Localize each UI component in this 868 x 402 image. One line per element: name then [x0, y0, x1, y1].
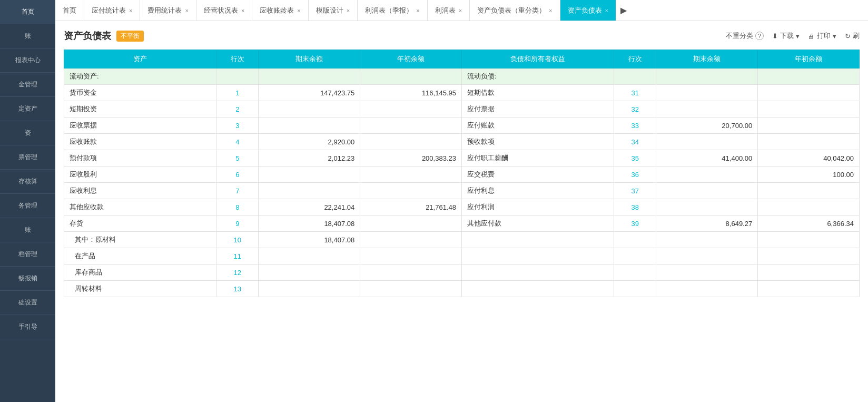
tab-home[interactable]: 首页 [55, 0, 84, 21]
asset-begin-balance[interactable] [360, 117, 462, 134]
asset-begin-balance[interactable] [360, 183, 462, 199]
sidebar-item-report-center[interactable]: 报表中心 [0, 48, 55, 73]
header-begin-balance2: 年初余额 [758, 50, 860, 68]
tab-profit[interactable]: 利润表 × [428, 0, 470, 21]
liability-begin-balance[interactable] [758, 248, 860, 264]
page-title: 资产负债表 [64, 30, 111, 42]
liability-end-balance[interactable] [656, 183, 758, 199]
tab-close-profit-quarterly[interactable]: × [416, 7, 419, 14]
liability-begin-balance[interactable]: 6,366.34 [758, 215, 860, 232]
sidebar-item-expense[interactable]: 畅报销 [0, 267, 55, 291]
liability-begin-balance[interactable] [758, 199, 860, 215]
liability-end-balance[interactable]: 20,700.00 [656, 117, 758, 134]
asset-end-balance[interactable] [259, 281, 360, 297]
tab-close-ar-aging[interactable]: × [297, 7, 300, 14]
tab-close-payable-stats[interactable]: × [129, 7, 132, 14]
tab-close-template[interactable]: × [347, 7, 350, 14]
tab-nav-right[interactable]: ▶ [616, 0, 631, 21]
asset-end-balance[interactable]: 18,407.08 [259, 215, 360, 232]
no-reclassify-button[interactable]: 不重分类 ? [726, 31, 764, 41]
asset-end-balance[interactable]: 2,012.23 [259, 150, 360, 166]
tab-template-design[interactable]: 模版设计 × [309, 0, 358, 21]
liability-end-balance[interactable] [656, 248, 758, 264]
liability-begin-balance[interactable]: 100.00 [758, 166, 860, 183]
tab-payable-stats[interactable]: 应付统计表 × [84, 0, 140, 21]
liability-begin-balance[interactable]: 40,042.00 [758, 150, 860, 166]
liability-begin-balance[interactable] [758, 85, 860, 101]
sidebar-item-capital[interactable]: 资 [0, 121, 55, 145]
tab-balance[interactable]: 资产负债表 × [560, 0, 616, 21]
liability-begin-balance[interactable] [758, 281, 860, 297]
asset-begin-balance[interactable] [360, 166, 462, 183]
liability-end-balance[interactable] [656, 199, 758, 215]
asset-begin-balance[interactable]: 21,761.48 [360, 199, 462, 215]
tab-close-expense-stats[interactable]: × [185, 7, 188, 14]
liability-end-balance[interactable] [656, 134, 758, 150]
header-begin-balance: 年初余额 [360, 50, 462, 68]
asset-begin-balance[interactable] [360, 215, 462, 232]
liability-begin-balance[interactable] [758, 264, 860, 281]
sidebar-item-settings[interactable]: 础设置 [0, 291, 55, 315]
asset-begin-balance[interactable]: 200,383.23 [360, 150, 462, 166]
sidebar-item-archive[interactable]: 档管理 [0, 242, 55, 267]
liability-end-balance[interactable]: 8,649.27 [656, 215, 758, 232]
liability-end-balance[interactable] [656, 281, 758, 297]
asset-begin-balance[interactable] [360, 281, 462, 297]
liability-end-balance[interactable]: 41,400.00 [656, 150, 758, 166]
refresh-button[interactable]: ↻ 刷 [845, 31, 860, 41]
liability-row-num: 33 [614, 117, 656, 134]
tab-expense-stats[interactable]: 费用统计表 × [140, 0, 196, 21]
sidebar-item-tax-mgmt[interactable]: 务管理 [0, 194, 55, 218]
tab-ar-aging[interactable]: 应收账龄表 × [252, 0, 308, 21]
liability-name [461, 264, 614, 281]
download-button[interactable]: ⬇ 下载 ▾ [772, 31, 800, 41]
table-row: 库存商品 12 [64, 264, 860, 281]
asset-begin-balance[interactable] [360, 101, 462, 117]
sidebar-item-home[interactable]: 首页 [0, 0, 55, 24]
tab-operations[interactable]: 经营状况表 × [196, 0, 252, 21]
asset-end-balance[interactable] [259, 117, 360, 134]
liability-begin-balance[interactable] [758, 232, 860, 248]
asset-begin-balance[interactable] [360, 248, 462, 264]
tab-close-operations[interactable]: × [241, 7, 244, 14]
asset-end-balance[interactable]: 147,423.75 [259, 85, 360, 101]
liability-begin-balance[interactable] [758, 183, 860, 199]
liability-begin-balance[interactable] [758, 101, 860, 117]
tab-close-profit[interactable]: × [459, 7, 462, 14]
sidebar-item-guide[interactable]: 手引导 [0, 315, 55, 339]
sidebar-item-ledger[interactable]: 账 [0, 218, 55, 242]
asset-end-balance[interactable]: 22,241.04 [259, 199, 360, 215]
sidebar-item-inventory[interactable]: 存核算 [0, 170, 55, 194]
asset-end-balance[interactable] [259, 101, 360, 117]
tab-balance-reclassified[interactable]: 资产负债表（重分类） × [470, 0, 560, 21]
balance-table: 资产 行次 期末余额 年初余额 负债和所有者权益 行次 期末余额 年初余额 流动… [64, 50, 860, 297]
tab-close-balance-reclassified[interactable]: × [549, 7, 552, 14]
sidebar-item-fixed-assets[interactable]: 定资产 [0, 97, 55, 121]
sidebar-item-account[interactable]: 账 [0, 24, 55, 48]
sidebar-item-ticket-mgmt[interactable]: 票管理 [0, 145, 55, 170]
tab-close-balance[interactable]: × [605, 7, 608, 14]
asset-begin-balance[interactable] [360, 264, 462, 281]
liability-end-balance[interactable] [656, 264, 758, 281]
asset-end-balance[interactable] [259, 264, 360, 281]
liability-end-balance[interactable] [656, 85, 758, 101]
asset-row-num: 8 [216, 199, 259, 215]
sidebar-item-fund-mgmt[interactable]: 金管理 [0, 73, 55, 97]
asset-end-balance[interactable] [259, 248, 360, 264]
right-section-label: 流动负债: [461, 68, 614, 85]
asset-end-balance[interactable] [259, 183, 360, 199]
asset-end-balance[interactable] [259, 166, 360, 183]
asset-end-balance[interactable]: 2,920.00 [259, 134, 360, 150]
liability-begin-balance[interactable] [758, 134, 860, 150]
print-button[interactable]: 🖨 打印 ▾ [808, 31, 836, 41]
asset-begin-balance[interactable] [360, 134, 462, 150]
asset-end-balance[interactable]: 18,407.08 [259, 232, 360, 248]
liability-begin-balance[interactable] [758, 117, 860, 134]
liability-end-balance[interactable] [656, 166, 758, 183]
liability-end-balance[interactable] [656, 101, 758, 117]
tab-profit-quarterly[interactable]: 利润表（季报） × [358, 0, 427, 21]
asset-begin-balance[interactable] [360, 232, 462, 248]
asset-row-num: 12 [216, 264, 259, 281]
asset-begin-balance[interactable]: 116,145.95 [360, 85, 462, 101]
liability-end-balance[interactable] [656, 232, 758, 248]
